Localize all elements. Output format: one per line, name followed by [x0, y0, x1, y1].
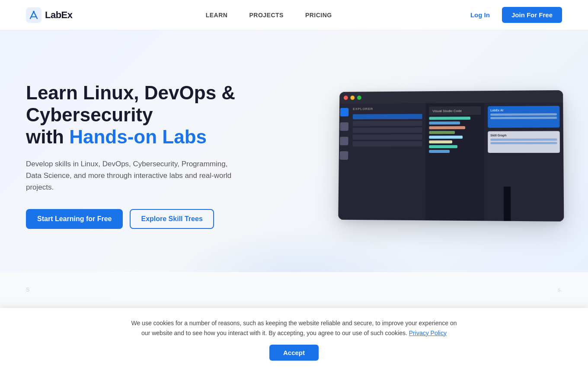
hero-subtitle: Develop skills in Linux, DevOps, Cyberse… — [26, 158, 233, 193]
code-line-7 — [429, 145, 457, 148]
code-line-2 — [429, 121, 460, 124]
privacy-policy-link[interactable]: Privacy Policy — [409, 330, 447, 336]
code-line-8 — [429, 150, 450, 153]
below-hero: S s. — [0, 272, 588, 307]
close-dot — [344, 96, 348, 100]
labex-logo-icon — [26, 7, 42, 23]
extensions-icon — [340, 137, 348, 146]
explore-skill-trees-button[interactable]: Explore Skill Trees — [130, 209, 214, 229]
nav-menu: LEARN PROJECTS PRICING — [206, 12, 332, 19]
settings-icon — [340, 151, 348, 160]
navbar-actions: Log In Join For Free — [465, 7, 562, 23]
file-explorer: Explorer — [348, 103, 426, 220]
tab-label: Visual Studio Code — [432, 109, 462, 113]
activity-bar — [338, 104, 349, 220]
card-bar-2 — [490, 117, 557, 119]
panel-title: Explorer — [353, 107, 422, 111]
search-icon — [340, 122, 348, 131]
file-item-1 — [353, 114, 422, 120]
login-button[interactable]: Log In — [465, 8, 495, 22]
ai-assistant-panel: LabEx AI Skill Graph — [484, 102, 564, 222]
ai-card-title-1: LabEx AI — [490, 108, 557, 112]
card-bar-1 — [490, 113, 557, 116]
file-item-2 — [353, 121, 422, 126]
cookie-text: We use cookies for a number of reasons, … — [130, 318, 458, 338]
nav-learn[interactable]: LEARN — [206, 12, 228, 19]
file-item-5 — [352, 141, 422, 146]
screenshot-titlebar — [339, 90, 563, 104]
navbar: LabEx LEARN PROJECTS PRICING Log In Join… — [0, 0, 588, 30]
hero-image-area: Explorer Visual Studio Code — [259, 82, 562, 229]
ai-card-title-2: Skill Graph — [490, 133, 557, 136]
minimize-dot — [350, 95, 355, 100]
logo-area: LabEx — [26, 7, 73, 23]
below-right: s. — [558, 286, 562, 293]
hero-section: Learn Linux, DevOps & Cybersecurity with… — [0, 30, 588, 272]
accept-button[interactable]: Accept — [269, 345, 319, 361]
ai-card-1: LabEx AI — [488, 106, 559, 128]
screenshot-main: Explorer Visual Studio Code — [348, 102, 564, 222]
file-item-3 — [353, 127, 422, 133]
ai-card-2: Skill Graph — [488, 131, 560, 153]
maximize-dot — [357, 95, 361, 100]
card-bar-4 — [490, 142, 557, 144]
svg-rect-0 — [26, 7, 42, 23]
code-line-6 — [429, 140, 452, 143]
editor-tab: Visual Studio Code — [429, 106, 481, 115]
file-item-4 — [352, 134, 422, 140]
code-editor: Visual Studio Code — [425, 103, 485, 221]
hero-content: Learn Linux, DevOps & Cybersecurity with… — [26, 82, 259, 228]
hero-highlight: Hands-on Labs — [69, 126, 207, 147]
terminal-panel — [504, 186, 511, 221]
files-icon — [340, 108, 349, 117]
start-learning-button[interactable]: Start Learning for Free — [26, 209, 123, 229]
code-line-4 — [429, 131, 455, 134]
lab-screenshot: Explorer Visual Studio Code — [338, 90, 564, 222]
join-button[interactable]: Join For Free — [502, 7, 562, 23]
code-line-3 — [429, 126, 465, 129]
below-left: S — [26, 286, 30, 293]
cookie-banner: We use cookies for a number of reasons, … — [0, 308, 588, 371]
code-line-5 — [429, 136, 463, 139]
card-bar-3 — [490, 139, 557, 141]
nav-pricing[interactable]: PRICING — [305, 12, 332, 19]
hero-buttons: Start Learning for Free Explore Skill Tr… — [26, 209, 259, 229]
editor-content — [429, 117, 481, 153]
logo-text: LabEx — [45, 10, 73, 21]
code-line-1 — [429, 117, 470, 120]
hero-title: Learn Linux, DevOps & Cybersecurity with… — [26, 82, 259, 148]
svg-point-1 — [33, 11, 35, 13]
nav-projects[interactable]: PROJECTS — [249, 12, 283, 19]
screenshot-body: Explorer Visual Studio Code — [338, 102, 564, 222]
